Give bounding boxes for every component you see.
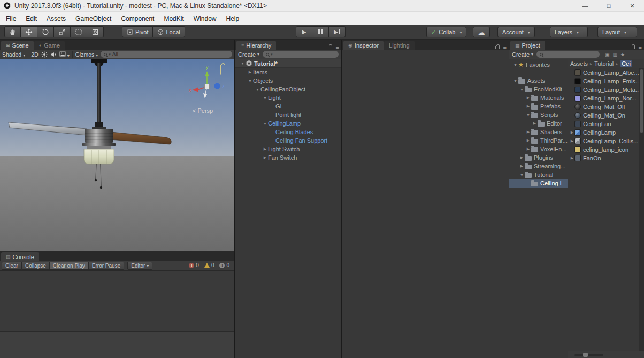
tab-inspector[interactable]: ◉Inspector <box>343 41 384 50</box>
shading-mode-dropdown[interactable]: Shaded <box>2 51 25 58</box>
menu-gameobject[interactable]: GameObject <box>71 12 116 25</box>
hierarchy-lock-icon[interactable] <box>328 46 332 49</box>
pause-button[interactable] <box>312 26 329 37</box>
asset-row[interactable]: ▶CeilingLamp_Collis... <box>568 137 639 145</box>
breadcrumb-assets[interactable]: Assets <box>570 60 588 67</box>
folder-row[interactable]: ▶Plugins <box>509 153 568 162</box>
folder-row[interactable]: ▼Assets <box>509 76 568 85</box>
hierarchy-item-scene[interactable]: ▼ Tutorial* <box>235 59 341 68</box>
foldout-arrow[interactable]: ▶ <box>525 147 531 151</box>
minimize-button[interactable]: — <box>573 0 597 12</box>
foldout-arrow[interactable]: ▶ <box>247 70 253 74</box>
asset-row[interactable]: Ceiling_Mat_Off <box>568 103 639 111</box>
scale-tool-button[interactable] <box>54 26 71 37</box>
layout-dropdown[interactable]: Layout <box>597 27 637 37</box>
hierarchy-item-prefab[interactable]: ▼CeilingLamp <box>235 119 341 128</box>
cloud-button[interactable]: ☁ <box>473 27 490 37</box>
foldout-arrow[interactable]: ▶ <box>570 156 574 160</box>
foldout-arrow[interactable]: ▶ <box>519 164 525 168</box>
hierarchy-item[interactable]: ▼Objects <box>235 76 341 85</box>
tab-hierarchy[interactable]: ≡Hierarchy <box>236 41 276 50</box>
menu-assets[interactable]: Assets <box>42 12 71 25</box>
layers-dropdown[interactable]: Layers <box>550 27 588 37</box>
foldout-arrow[interactable]: ▼ <box>512 63 518 67</box>
clear-on-play-toggle[interactable]: Clear on Play <box>50 262 89 270</box>
projection-mode-label[interactable]: < Persp <box>193 107 213 114</box>
rotate-tool-button[interactable] <box>37 26 54 37</box>
scene-search-input[interactable]: ▾ All <box>101 51 232 58</box>
close-button[interactable]: ✕ <box>620 0 644 12</box>
audio-toggle-icon[interactable] <box>50 51 57 58</box>
foldout-arrow[interactable]: ▼ <box>262 96 268 100</box>
menu-component[interactable]: Component <box>116 12 159 25</box>
folder-row[interactable]: ▶VoxelEn... <box>509 145 568 153</box>
breadcrumb-current[interactable]: Cei <box>620 60 632 67</box>
play-button[interactable]: ▶ <box>296 26 312 37</box>
asset-row[interactable]: CeilingFan <box>568 120 639 128</box>
clear-button[interactable]: Clear <box>2 262 22 270</box>
folder-row-selected[interactable]: Ceiling L <box>509 179 568 188</box>
zoom-slider-thumb[interactable] <box>583 353 588 357</box>
foldout-arrow[interactable]: ▼ <box>519 173 525 177</box>
hierarchy-search-input[interactable]: ▾ <box>263 51 339 58</box>
folder-row[interactable]: ▶Streaming... <box>509 162 568 170</box>
local-toggle[interactable]: Local <box>153 26 185 37</box>
hierarchy-item[interactable]: Point light <box>235 111 341 119</box>
foldout-arrow[interactable]: ▶ <box>262 155 268 160</box>
tab-lighting[interactable]: Lighting <box>384 41 415 50</box>
scrollbar-thumb[interactable] <box>640 69 643 133</box>
tab-scene[interactable]: ⊞Scene <box>1 41 34 50</box>
error-pause-toggle[interactable]: Error Pause <box>89 262 124 270</box>
message-count-toggle[interactable]: !0 <box>217 262 232 268</box>
search-by-type-icon[interactable]: ▣ <box>605 52 610 57</box>
move-tool-button[interactable] <box>21 26 37 37</box>
folder-row[interactable]: ▼Tutorial <box>509 170 568 179</box>
hierarchy-item-prefab[interactable]: Ceiling Blades <box>235 128 341 136</box>
lighting-toggle-icon[interactable] <box>41 51 48 58</box>
tab-project[interactable]: ▦Project <box>510 41 545 50</box>
warning-count-toggle[interactable]: 0 <box>202 262 217 268</box>
hierarchy-item[interactable]: ▼Light <box>235 94 341 102</box>
error-count-toggle[interactable]: !0 <box>186 262 202 268</box>
foldout-arrow[interactable]: ▼ <box>512 79 518 83</box>
menu-window[interactable]: Window <box>189 12 221 25</box>
hierarchy-item[interactable]: GI <box>235 102 341 111</box>
2d-toggle[interactable]: 2D <box>31 51 38 58</box>
favorite-search-icon[interactable]: ★ <box>620 52 625 57</box>
foldout-arrow[interactable]: ▶ <box>262 147 268 151</box>
inspector-lock-icon[interactable] <box>495 46 500 49</box>
tab-console[interactable]: ▤Console <box>1 252 39 261</box>
axis-y-label[interactable]: y <box>206 64 209 70</box>
inspector-menu-icon[interactable] <box>503 42 507 51</box>
effects-dropdown[interactable] <box>59 51 70 58</box>
asset-row[interactable]: Ceiling_Lamp_Meta... <box>568 85 639 94</box>
axis-x-label[interactable]: x <box>189 87 191 93</box>
foldout-arrow[interactable]: ▶ <box>525 138 531 143</box>
asset-row[interactable]: Ceiling_Lamp_Albe... <box>568 68 639 77</box>
folder-row[interactable]: ▶ThirdPar... <box>509 136 568 145</box>
folder-row[interactable]: ▶Shaders <box>509 128 568 136</box>
foldout-arrow[interactable]: ▼ <box>240 61 246 65</box>
folder-row[interactable]: ▼Scripts <box>509 111 568 119</box>
asset-row[interactable]: celing_lamp_icon <box>568 145 639 154</box>
gizmos-dropdown[interactable]: Gizmos <box>75 51 98 58</box>
foldout-arrow[interactable]: ▼ <box>247 79 253 83</box>
menu-file[interactable]: File <box>1 12 21 25</box>
step-button[interactable]: ▶ <box>329 26 346 37</box>
transform-tool-button[interactable] <box>87 26 104 37</box>
project-create-dropdown[interactable]: Create <box>512 51 533 58</box>
console-log-area[interactable] <box>0 271 234 332</box>
rect-tool-button[interactable] <box>71 26 87 37</box>
asset-row[interactable]: Ceiling_Lamp_Emis... <box>568 77 639 85</box>
foldout-arrow[interactable]: ▼ <box>255 88 260 91</box>
menu-modkit[interactable]: ModKit <box>159 12 188 25</box>
hierarchy-item-prefab[interactable]: Ceiling Fan Support <box>235 136 341 145</box>
asset-row[interactable]: ▶CeilingLamp <box>568 128 639 137</box>
search-by-label-icon[interactable]: ▥ <box>613 52 618 57</box>
scene-viewport[interactable]: y x z < Persp <box>0 59 234 251</box>
asset-row[interactable]: Ceiling_Mat_On <box>568 111 639 120</box>
project-scrollbar[interactable] <box>639 68 644 351</box>
folder-row[interactable]: ▶Materials <box>509 94 568 102</box>
project-lock-icon[interactable] <box>631 46 635 49</box>
menu-edit[interactable]: Edit <box>21 12 42 25</box>
